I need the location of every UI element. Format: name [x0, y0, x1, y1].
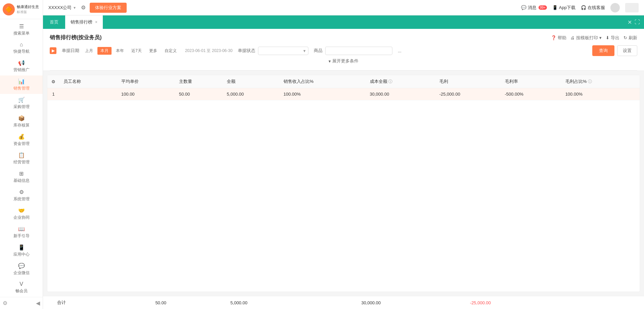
print-chevron-icon: ▾ — [599, 35, 602, 40]
settings-footer-btn[interactable]: ⚙ — [3, 300, 7, 306]
th-cost: 成本全额 ⓘ — [366, 75, 435, 88]
date-this-month[interactable]: 本月 — [97, 47, 112, 55]
tab-sales-ranking-label: 销售排行榜 — [71, 19, 92, 25]
message-btn[interactable]: 💬 消息 99+ — [521, 5, 547, 11]
cell-amount: 5,000.00 — [223, 88, 280, 100]
trial-btn[interactable]: 体验行业方案 — [90, 3, 127, 13]
sidebar-item-inventory[interactable]: 📦 库存核算 — [0, 112, 43, 131]
avatar[interactable] — [610, 3, 620, 12]
sidebar: 🔶 畅康通好生意 标准版 ☰ 搜索菜单 ⌂ 快捷导航 📢 营销推广 📊 销售管理… — [0, 0, 43, 309]
guide-nav-icon: 📖 — [18, 226, 25, 232]
tab-sales-ranking[interactable]: 销售排行榜 × — [65, 15, 103, 29]
date-this-year[interactable]: 本年 — [113, 47, 127, 55]
export-btn[interactable]: ⬇ 导出 — [606, 35, 619, 41]
cell-qty: 50.00 — [175, 88, 223, 100]
sidebar-item-finance[interactable]: 💰 资金管理 — [0, 131, 43, 149]
finance-nav-icon: 💰 — [18, 134, 25, 140]
operation-nav-icon: 📋 — [18, 152, 25, 158]
tab-close-icon[interactable]: × — [95, 20, 97, 24]
wechat-nav-label: 企业微信 — [13, 270, 30, 276]
date-more[interactable]: 更多 — [146, 47, 160, 55]
app-download-btn[interactable]: 📱 App下载 — [552, 5, 575, 11]
sidebar-item-member[interactable]: V 畅会员 — [0, 278, 43, 297]
sidebar-item-basic[interactable]: ⊞ 基础信息 — [0, 168, 43, 186]
tab-right-actions: ✕ ⛶ — [628, 15, 644, 29]
company-settings-icon[interactable]: ⚙ — [81, 4, 86, 11]
system-nav-label: 系统管理 — [13, 196, 30, 202]
home-tab-label: 首页 — [50, 19, 58, 25]
app-name: 畅康通好生意 — [17, 4, 39, 9]
cell-cost: 30,000.00 — [366, 88, 435, 100]
template-print-label: 按模板打印 — [576, 35, 598, 41]
template-print-btn[interactable]: 🖨 按模板打印 ▾ — [570, 35, 602, 41]
window-close-icon[interactable]: ✕ — [628, 19, 632, 25]
chevron-down-icon: ▾ — [329, 59, 331, 64]
th-sales-pct: 销售收入占比% — [280, 75, 366, 88]
tab-home[interactable]: 首页 — [43, 15, 65, 29]
expand-label: 展开更多条件 — [332, 58, 358, 64]
collab-nav-icon: 🤝 — [18, 207, 25, 214]
expand-filter-icon[interactable]: ▶ — [50, 47, 56, 54]
message-icon: 💬 — [521, 5, 526, 10]
footer-amount: 5,000.00 — [226, 296, 326, 309]
window-restore-icon[interactable]: ⛶ — [635, 19, 640, 25]
sidebar-item-system[interactable]: ⚙ 系统管理 — [0, 186, 43, 205]
table-footer-container: 合计 50.00 5,000.00 30,000.00 -25,000.00 — [43, 296, 644, 309]
status-select[interactable] — [258, 47, 308, 55]
appstore-nav-icon: 📱 — [18, 244, 25, 251]
appstore-nav-label: 应用中心 — [13, 252, 30, 257]
sidebar-item-wechat[interactable]: 💬 企业微信 — [0, 260, 43, 278]
sidebar-item-collab[interactable]: 🤝 企业协同 — [0, 205, 43, 223]
sidebar-item-guide[interactable]: 📖 新手引导 — [0, 223, 43, 242]
content-area: 销售排行榜(按业务员) ❓ 帮助 🖨 按模板打印 ▾ ⬇ 导出 — [43, 29, 644, 309]
footer-empty — [43, 296, 53, 309]
nav-nav-label: 快捷导航 — [13, 49, 30, 54]
footer-table: 合计 50.00 5,000.00 30,000.00 -25,000.00 — [43, 296, 644, 309]
table-header-row: ⚙ 员工名称 平均单价 主数量 全额 销售收入占比% 成本全额 ⓘ 毛利 毛利率… — [47, 75, 640, 88]
goods-input[interactable] — [325, 47, 392, 55]
status-select-wrapper — [258, 47, 308, 55]
status-filter: 单据状态 — [238, 47, 308, 55]
company-selector[interactable]: XXXXX公司 ▾ — [48, 5, 76, 11]
th-gross: 毛利 — [435, 75, 501, 88]
setting-btn[interactable]: 设置 — [617, 45, 637, 56]
expand-conditions-btn[interactable]: ▾ 展开更多条件 — [329, 58, 358, 64]
date-last-7days[interactable]: 近7天 — [128, 47, 145, 55]
user-name-area — [625, 3, 639, 12]
message-label: 消息 — [528, 5, 536, 11]
cell-gross-pct: 100.00% — [561, 88, 640, 100]
basic-nav-label: 基础信息 — [13, 178, 30, 184]
footer-row: 合计 50.00 5,000.00 30,000.00 -25,000.00 — [43, 296, 644, 309]
date-custom[interactable]: 自定义 — [162, 47, 180, 55]
topbar: XXXXX公司 ▾ ⚙ 体验行业方案 💬 消息 99+ 📱 App下载 🎧 在线… — [43, 0, 644, 15]
sidebar-item-search[interactable]: ☰ 搜索菜单 — [0, 20, 43, 39]
purchase-nav-icon: 🛒 — [18, 97, 25, 103]
help-btn[interactable]: ❓ 帮助 — [551, 35, 566, 41]
collapse-sidebar-btn[interactable]: ◀ — [36, 300, 40, 306]
online-service-btn[interactable]: 🎧 在线客服 — [581, 5, 605, 11]
cell-index: 1 — [47, 88, 59, 100]
footer-cost: 30,000.00 — [357, 296, 466, 309]
basic-nav-icon: ⊞ — [19, 170, 24, 177]
table-container: ⚙ 员工名称 平均单价 主数量 全额 销售收入占比% 成本全额 ⓘ 毛利 毛利率… — [47, 75, 640, 292]
sidebar-nav: ☰ 搜索菜单 ⌂ 快捷导航 📢 营销推广 📊 销售管理 🛒 采购管理 📦 库存核… — [0, 19, 43, 297]
refresh-btn[interactable]: ↻ 刷新 — [624, 35, 637, 41]
sidebar-item-appstore[interactable]: 📱 应用中心 — [0, 242, 43, 260]
sidebar-item-purchase[interactable]: 🛒 采购管理 — [0, 94, 43, 112]
sidebar-item-nav[interactable]: ⌂ 快捷导航 — [0, 39, 43, 57]
main-area: XXXXX公司 ▾ ⚙ 体验行业方案 💬 消息 99+ 📱 App下载 🎧 在线… — [43, 0, 644, 309]
search-nav-icon: ☰ — [19, 23, 24, 30]
operation-nav-label: 经营管理 — [13, 159, 30, 165]
collab-nav-label: 企业协同 — [13, 215, 30, 220]
more-filter-dots[interactable]: ... — [398, 48, 401, 53]
goods-label: 商品 — [314, 48, 323, 54]
expand-more-row: ▾ 展开更多条件 — [50, 56, 637, 66]
date-last-month[interactable]: 上月 — [82, 47, 96, 55]
sidebar-item-marketing[interactable]: 📢 营销推广 — [0, 57, 43, 75]
th-settings[interactable]: ⚙ — [47, 75, 59, 88]
sidebar-item-sales[interactable]: 📊 销售管理 — [0, 75, 43, 94]
print-icon: 🖨 — [570, 35, 575, 40]
sidebar-item-operation[interactable]: 📋 经营管理 — [0, 149, 43, 168]
inventory-nav-label: 库存核算 — [13, 122, 30, 128]
query-btn[interactable]: 查询 — [592, 45, 614, 56]
